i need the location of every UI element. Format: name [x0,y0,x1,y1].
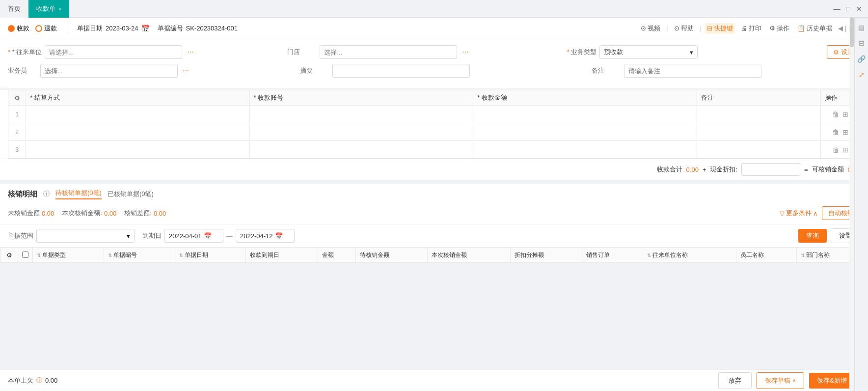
date-to-picker[interactable]: 2022-04-12 📅 [236,229,295,243]
store-input[interactable] [320,45,457,59]
range-chevron-icon: ▾ [127,232,130,240]
counterpart-more-icon[interactable]: ··· [187,48,193,56]
print-btn[interactable]: 🖨 打印 [739,23,763,34]
date-value[interactable]: 2023-03-24 [106,25,138,32]
col-gear-header[interactable]: ⚙ [8,90,26,106]
date-to-value: 2022-04-12 [240,232,273,240]
minimize-button[interactable]: — [834,5,841,13]
help-btn[interactable]: ⊙ 帮助 [672,23,696,34]
history-btn[interactable]: 📋 历史单据 [795,23,834,34]
note-cell-1[interactable] [697,106,820,123]
select-all-checkbox[interactable] [22,251,28,258]
more-conditions-btn[interactable]: ▽ 更多条件 ∧ [780,209,818,218]
copy-icon-1[interactable]: ⊞ [842,111,848,118]
more-conditions-label: 更多条件 [786,209,812,218]
checkbox-header[interactable] [18,248,33,263]
settlement-cell-1[interactable] [26,106,250,123]
delete-icon-3[interactable]: 🗑 [832,146,839,154]
range-select[interactable]: ▾ [36,229,135,243]
tab-active[interactable]: 收款单 × [28,0,69,18]
counterpart-input[interactable] [45,45,182,59]
date-field: 单据日期 2023-03-24 📅 [77,24,150,33]
business-type-label: * 业务类型 [567,48,597,56]
sort-icon: ⇅ [179,252,183,258]
number-value[interactable]: SK-20230324-001 [186,25,238,32]
close-icon[interactable]: × [58,6,61,12]
operation-btn[interactable]: ⚙ 操作 [767,23,791,34]
amount-cell-3[interactable] [473,141,697,159]
total-value: 0.00 [686,166,699,173]
video-label: 视频 [648,24,660,33]
footer-info-icon[interactable]: ⓘ [36,376,42,385]
counterpart-field: * * 往来单位 ··· [8,45,264,59]
sidebar-list-icon[interactable]: ⊟ [856,37,868,49]
note-cell-2[interactable] [697,123,820,141]
filter-icon: ▽ [780,210,785,217]
bottom-gear-icon[interactable]: ⚙ [6,251,12,259]
calendar-from-icon[interactable]: 📅 [204,232,212,240]
radio-refund-label: 退款 [44,24,57,33]
discount-input[interactable] [741,163,800,176]
scrollbar-thumb[interactable] [850,18,854,47]
amount-cell-2[interactable] [473,123,697,141]
current-label: 本次核销金额: [62,209,102,218]
sort-icon: ⇅ [647,252,651,258]
abandon-button[interactable]: 放弃 [718,372,752,389]
account-cell-2[interactable] [249,123,473,141]
maximize-button[interactable]: □ [846,5,850,13]
done-tab[interactable]: 已核销单据(0笔) [108,190,154,198]
video-icon: ⊙ [641,25,646,32]
note-cell-3[interactable] [697,141,820,159]
radio-receipt-label: 收款 [17,24,29,33]
col-receipt-date-header: 收款到期日 [246,248,318,263]
settlement-cell-3[interactable] [26,141,250,159]
delete-icon-1[interactable]: 🗑 [832,111,839,118]
video-btn[interactable]: ⊙ 视频 [639,23,662,34]
info-icon[interactable]: ⓘ [43,190,50,198]
sidebar-expand-icon[interactable]: ⤢ [856,69,868,81]
sidebar-link-icon[interactable]: 🔗 [856,53,868,65]
range-label: 单据范围 [8,231,33,240]
row-num-2: 2 [8,123,26,141]
staff-input[interactable] [40,64,178,78]
note-input[interactable] [624,64,761,78]
table-gear-icon[interactable]: ⚙ [14,94,20,102]
save-draft-button[interactable]: 保存草稿 ∧ [757,372,804,389]
pending-tab[interactable]: 待核销单据(0笔) [55,189,102,199]
prev-icon[interactable]: ◀ [838,25,843,32]
chevron-up-icon: ∧ [813,210,818,217]
sidebar-table-icon[interactable]: ▤ [856,22,868,33]
settlement-cell-2[interactable] [26,123,250,141]
footer-value: 0.00 [45,377,57,384]
copy-icon-3[interactable]: ⊞ [842,146,848,154]
summary-row: 收款合计 0.00 + 现金折扣: = 可核销金额 0.00 [0,159,868,180]
uncancelled-stat: 未核销金额 0.00 [8,209,54,218]
sort-icon: ⇅ [108,252,112,258]
store-more-icon[interactable]: ··· [462,48,468,56]
account-cell-3[interactable] [249,141,473,159]
diff-value: 0.00 [154,210,166,217]
scrollbar[interactable] [849,18,854,391]
amount-cell-1[interactable] [473,106,697,123]
due-date-label: 到期日 [142,231,162,240]
tab-home[interactable]: 首页 [0,0,28,18]
account-cell-1[interactable] [249,106,473,123]
staff-more-icon[interactable]: ··· [183,66,189,75]
radio-receipt[interactable]: 收款 [8,24,29,33]
window-close-button[interactable]: ✕ [856,5,862,13]
date-from-picker[interactable]: 2022-04-01 📅 [164,229,223,243]
bottom-gear-header[interactable]: ⚙ [0,248,18,263]
calendar-to-icon[interactable]: 📅 [275,232,283,240]
uncancelled-label: 未核销金额 [8,209,40,218]
summary-input[interactable] [332,64,470,78]
query-button[interactable]: 查询 [798,229,827,243]
business-type-select[interactable]: 预收款 ▾ [599,45,698,59]
copy-icon-2[interactable]: ⊞ [842,128,848,136]
shortcut-btn[interactable]: ⊟ 快捷键 [705,23,735,34]
save-draft-label: 保存草稿 [765,376,790,385]
delete-icon-2[interactable]: 🗑 [832,128,839,136]
footer-info: 本单上欠 ⓘ 0.00 [8,376,57,385]
radio-refund[interactable]: 退款 [35,24,57,33]
calendar-icon[interactable]: 📅 [141,25,150,32]
col-doc-number-header: ⇅ 单据编号 [104,248,175,263]
